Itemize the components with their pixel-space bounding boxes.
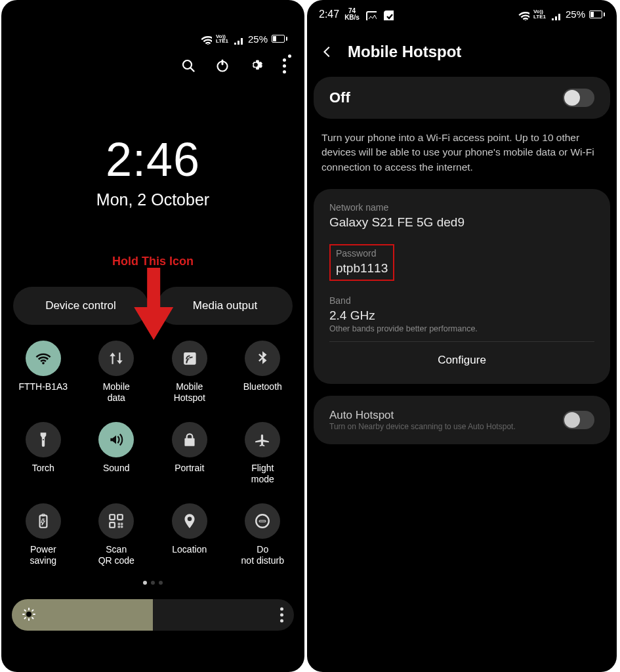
media-output-button[interactable]: Media output bbox=[157, 287, 293, 325]
configure-button[interactable]: Configure bbox=[329, 342, 594, 371]
hotspot-toggle[interactable] bbox=[563, 89, 594, 107]
overflow-menu-icon[interactable] bbox=[283, 58, 286, 74]
qs-tile-label: Bluetooth bbox=[243, 381, 282, 404]
status-time: 2:47 bbox=[319, 9, 339, 20]
quick-settings-grid: FTTH-B1A3MobiledataMobileHotspotBluetoot… bbox=[1, 325, 304, 566]
qs-tile-location[interactable]: Location bbox=[153, 503, 226, 566]
qs-tile-label: Portrait bbox=[175, 463, 204, 485]
qs-tile-portrait[interactable]: Portrait bbox=[153, 422, 226, 485]
password-field[interactable]: Password ptpb1113 bbox=[329, 244, 594, 281]
screenshot-icon bbox=[365, 9, 377, 20]
qs-tile-label: Flightmode bbox=[251, 463, 274, 485]
band-field[interactable]: Band 2.4 GHz Other bands provide better … bbox=[329, 295, 594, 333]
qs-tile-label: FTTH-B1A3 bbox=[18, 381, 68, 404]
sound-icon[interactable] bbox=[98, 422, 134, 457]
hotspot-description: Turn your phone into a Wi-Fi access poin… bbox=[307, 131, 617, 189]
checkbox-icon bbox=[382, 9, 394, 20]
qs-tile-label: Sound bbox=[103, 463, 129, 485]
power-icon[interactable] bbox=[215, 58, 230, 74]
qs-tile-label: Location bbox=[172, 544, 207, 566]
qr-icon[interactable] bbox=[98, 503, 134, 539]
qs-tile-label: Mobiledata bbox=[103, 381, 130, 404]
qs-tile-label: ScanQR code bbox=[98, 544, 134, 566]
network-speed: 74KB/s bbox=[344, 8, 360, 20]
wifi-status-icon bbox=[518, 9, 529, 20]
annotation-arrow bbox=[134, 268, 173, 343]
volte-indicator: Vo))LTE1 bbox=[533, 9, 546, 18]
bluetooth-icon[interactable] bbox=[245, 341, 280, 376]
quick-settings-panel: Vo))LTE1 25% 2:46 Mon, 2 October Hold Th… bbox=[1, 0, 304, 672]
battery-icon bbox=[589, 10, 605, 18]
qs-tile-flight[interactable]: Flightmode bbox=[226, 422, 300, 485]
dnd-icon[interactable] bbox=[245, 503, 280, 539]
notification-dot bbox=[288, 54, 291, 58]
brightness-slider[interactable] bbox=[12, 599, 294, 631]
qs-tile-power-saving[interactable]: Powersaving bbox=[7, 503, 80, 566]
status-bar: 2:47 74KB/s Vo))LTE1 25% bbox=[307, 0, 617, 24]
qs-tile-label: Powersaving bbox=[30, 544, 56, 566]
time-text: 2:46 bbox=[1, 133, 304, 186]
qs-tile-sound[interactable]: Sound bbox=[80, 422, 154, 485]
signal-icon bbox=[232, 33, 244, 45]
portrait-icon[interactable] bbox=[172, 422, 207, 457]
date-text: Mon, 2 October bbox=[1, 190, 304, 209]
brightness-menu-icon[interactable] bbox=[280, 608, 283, 623]
page-title: Mobile Hotspot bbox=[348, 43, 461, 61]
page-indicator bbox=[1, 576, 304, 587]
qs-tile-label: Donot disturb bbox=[241, 544, 284, 566]
search-icon[interactable] bbox=[180, 58, 196, 74]
status-bar: Vo))LTE1 25% bbox=[1, 0, 304, 49]
mobile-data-icon[interactable] bbox=[98, 341, 134, 376]
auto-hotspot-sub: Turn on Nearby device scanning to use Au… bbox=[329, 422, 554, 431]
hotspot-state: Off bbox=[329, 89, 350, 106]
hotspot-toggle-row[interactable]: Off bbox=[314, 77, 610, 119]
battery-percent: 25% bbox=[248, 33, 268, 45]
qs-tile-label: Torch bbox=[32, 463, 54, 485]
settings-gear-icon[interactable] bbox=[249, 58, 264, 74]
panel-toolbar bbox=[1, 49, 304, 74]
qs-tile-dnd[interactable]: Donot disturb bbox=[226, 503, 300, 566]
location-icon[interactable] bbox=[172, 503, 207, 539]
auto-hotspot-toggle[interactable] bbox=[563, 411, 594, 429]
power-saving-icon[interactable] bbox=[26, 503, 61, 539]
qs-tile-bluetooth[interactable]: Bluetooth bbox=[226, 341, 300, 404]
brightness-icon bbox=[21, 606, 35, 623]
qs-tile-hotspot[interactable]: MobileHotspot bbox=[153, 341, 226, 404]
back-icon[interactable] bbox=[320, 45, 335, 59]
qs-tile-label: MobileHotspot bbox=[174, 381, 205, 404]
wifi-icon[interactable] bbox=[26, 341, 61, 376]
auto-hotspot-title: Auto Hotspot bbox=[329, 409, 554, 422]
qs-tile-mobile-data[interactable]: Mobiledata bbox=[80, 341, 154, 404]
qs-tile-torch[interactable]: Torch bbox=[7, 422, 80, 485]
password-highlight: Password ptpb1113 bbox=[329, 244, 394, 281]
network-name-field[interactable]: Network name Galaxy S21 FE 5G ded9 bbox=[329, 202, 594, 230]
volte-indicator: Vo))LTE1 bbox=[216, 34, 228, 43]
flight-icon[interactable] bbox=[245, 422, 280, 457]
annotation-label: Hold This Icon bbox=[1, 255, 304, 268]
auto-hotspot-row[interactable]: Auto Hotspot Turn on Nearby device scann… bbox=[314, 396, 610, 444]
wifi-status-icon bbox=[200, 33, 212, 45]
device-control-button[interactable]: Device control bbox=[13, 287, 148, 325]
battery-percent: 25% bbox=[566, 9, 585, 20]
torch-icon[interactable] bbox=[26, 422, 61, 457]
hotspot-icon[interactable] bbox=[172, 341, 207, 376]
hotspot-config-card: Network name Galaxy S21 FE 5G ded9 Passw… bbox=[314, 189, 610, 384]
hotspot-settings-screen: 2:47 74KB/s Vo))LTE1 25% Mobile Hotspot … bbox=[307, 0, 617, 672]
qs-tile-qr[interactable]: ScanQR code bbox=[80, 503, 154, 566]
clock: 2:46 Mon, 2 October bbox=[1, 133, 304, 209]
signal-icon bbox=[550, 9, 562, 20]
qs-tile-wifi[interactable]: FTTH-B1A3 bbox=[7, 341, 80, 404]
battery-icon bbox=[272, 35, 287, 43]
